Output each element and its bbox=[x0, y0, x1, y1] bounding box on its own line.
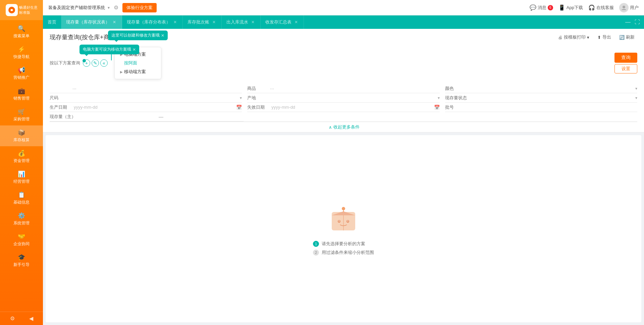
produce-date-calendar-icon[interactable]: 📅 bbox=[236, 105, 242, 110]
size-input[interactable] bbox=[72, 95, 237, 101]
support-action[interactable]: 🎧 在线客服 bbox=[588, 4, 614, 11]
origin-input[interactable] bbox=[270, 95, 435, 101]
print-dropdown-icon: ▾ bbox=[587, 35, 589, 40]
tab-close-batch[interactable]: ✕ bbox=[211, 19, 217, 25]
sidebar-item-enterprise[interactable]: 🤝 企业协同 bbox=[0, 229, 43, 250]
filter-row1: 按以下方案查询 + ✎ « 电脑方案可设为移动方案哦 ✕ bbox=[50, 47, 637, 82]
tab-bar: 首页 现存量（库存状况表） ✕ 现存量（库存分布表） ✕ 库存批次账 ✕ 出入库… bbox=[43, 15, 644, 29]
export-btn[interactable]: ⬆ 导出 bbox=[595, 33, 614, 42]
management-icon: 📊 bbox=[18, 170, 25, 178]
top-header: 装备及固定资产辅助管理系统 ▾ ⚙ 体验行业方案 💬 消息 6 📱 App下载 … bbox=[43, 0, 644, 15]
tab-close-summary[interactable]: ✕ bbox=[293, 19, 299, 25]
sidebar-item-management[interactable]: 📊 经营管理 bbox=[0, 167, 43, 188]
product-dots[interactable]: ··· bbox=[270, 86, 274, 91]
message-action[interactable]: 💬 消息 6 bbox=[530, 4, 553, 11]
filter-field-origin: 产地 ▾ bbox=[247, 95, 439, 103]
filter-field-expire-date: 失效日期 📅 bbox=[247, 104, 439, 112]
guide-icon: 🎓 bbox=[18, 254, 25, 261]
origin-dropdown-icon[interactable]: ▾ bbox=[438, 96, 440, 100]
warehouse-dots[interactable]: ··· bbox=[72, 86, 76, 91]
tab-summary[interactable]: 收发存汇总表 ✕ bbox=[261, 15, 304, 29]
user-action[interactable]: 用户 bbox=[619, 3, 639, 12]
svg-point-8 bbox=[347, 220, 348, 222]
sidebar-nav: 🔍 搜索菜单 ⚡ 快捷导航 📢 营销推广 💼 销售管理 🛒 采购管理 📦 库存核… bbox=[0, 21, 43, 312]
filter-field-size: 尺码 ▾ bbox=[50, 95, 242, 103]
sidebar-bottom: ⚙ ◀ bbox=[0, 312, 43, 325]
set-button[interactable]: 设置 bbox=[614, 64, 637, 73]
filter-label: 按以下方案查询 bbox=[50, 60, 80, 66]
industry-button[interactable]: 体验行业方案 bbox=[122, 3, 157, 12]
size-dropdown-icon[interactable]: ▾ bbox=[240, 96, 242, 100]
export-icon: ⬆ bbox=[597, 35, 601, 40]
tooltip1-close[interactable]: ✕ bbox=[132, 47, 136, 52]
tab-inventory-status[interactable]: 现存量（库存状况表） ✕ bbox=[61, 15, 122, 29]
tab-batch[interactable]: 库存批次账 ✕ bbox=[183, 15, 222, 29]
tab-minimize-btn[interactable]: — bbox=[624, 18, 632, 26]
print-icon: 🖨 bbox=[558, 35, 562, 40]
scheme-item-1[interactable]: 按阿面 bbox=[117, 59, 158, 67]
svg-point-9 bbox=[342, 207, 345, 210]
sidebar-item-guide[interactable]: 🎓 新手引导 bbox=[0, 250, 43, 271]
sidebar-item-finance[interactable]: 💰 资金管理 bbox=[0, 146, 43, 167]
sidebar-item-basic[interactable]: 📋 基础信息 bbox=[0, 188, 43, 209]
prev-scheme-btn[interactable]: « bbox=[100, 59, 108, 67]
stock-status-input[interactable] bbox=[470, 95, 633, 101]
collapse-icon: ∧ bbox=[329, 125, 332, 130]
sidebar-item-inventory[interactable]: 📦 库存核算 bbox=[0, 125, 43, 146]
tooltip-scheme-mobile: 电脑方案可设为移动方案哦 ✕ bbox=[79, 45, 139, 54]
tab-close-inventory-dist[interactable]: ✕ bbox=[172, 19, 178, 25]
stock-status-dropdown-icon[interactable]: ▾ bbox=[635, 96, 637, 100]
expire-date-input[interactable] bbox=[270, 104, 431, 110]
logo-icon bbox=[6, 4, 18, 16]
tab-home[interactable]: 首页 bbox=[43, 15, 61, 29]
sidebar-item-purchase[interactable]: 🛒 采购管理 bbox=[0, 105, 43, 125]
tab-flow[interactable]: 出入库流水 ✕ bbox=[222, 15, 261, 29]
message-badge: 6 bbox=[548, 5, 553, 10]
app-download-action[interactable]: 📱 App下载 bbox=[558, 4, 583, 11]
svg-point-7 bbox=[338, 220, 340, 222]
phone-icon: 📱 bbox=[558, 4, 565, 11]
sidebar-item-search[interactable]: 🔍 搜索菜单 bbox=[0, 21, 43, 42]
filter-field-batch: 批号 bbox=[445, 104, 637, 112]
empty-step-1: 1 请先选择要分析的方案 bbox=[313, 241, 374, 247]
quicknav-icon: ⚡ bbox=[18, 46, 25, 53]
stock-qty-min-input[interactable] bbox=[78, 113, 156, 120]
sidebar-logo: 畅通好生意 标准版 bbox=[0, 0, 43, 20]
sidebar-settings-btn[interactable]: ⚙ bbox=[10, 315, 15, 322]
batch-input[interactable] bbox=[468, 104, 637, 110]
btn-group-right: 查询 设置 bbox=[614, 53, 637, 73]
tab-close-inventory-status[interactable]: ✕ bbox=[112, 19, 117, 25]
headset-icon: 🎧 bbox=[588, 4, 595, 11]
scheme-mobile-group[interactable]: ▶ 移动端方案 bbox=[117, 67, 158, 76]
color-input[interactable] bbox=[468, 85, 633, 92]
sidebar-item-sales[interactable]: 💼 销售管理 bbox=[0, 84, 43, 105]
user-avatar bbox=[619, 3, 629, 12]
sales-icon: 💼 bbox=[18, 87, 25, 95]
tab-maximize-btn[interactable]: ⛶ bbox=[633, 18, 641, 26]
dot-indicator bbox=[83, 59, 86, 62]
filter-field-product: 商品 ··· bbox=[247, 85, 439, 93]
sidebar-item-system[interactable]: ⚙️ 系统管理 bbox=[0, 209, 43, 229]
print-btn[interactable]: 🖨 按模板打印 ▾ bbox=[555, 33, 592, 42]
produce-date-input[interactable] bbox=[72, 104, 233, 110]
sidebar-item-marketing[interactable]: 📢 营销推广 bbox=[0, 63, 43, 84]
query-button[interactable]: 查询 bbox=[614, 53, 637, 63]
tab-close-flow[interactable]: ✕ bbox=[250, 19, 256, 25]
sidebar-collapse-btn[interactable]: ◀ bbox=[29, 315, 33, 322]
refresh-btn[interactable]: 🔄 刷新 bbox=[616, 33, 637, 42]
sidebar-item-quicknav[interactable]: ⚡ 快捷导航 bbox=[0, 42, 43, 63]
page-actions: 🖨 按模板打印 ▾ ⬆ 导出 🔄 刷新 bbox=[555, 33, 637, 42]
filter-field-stock-qty: 现存量（主） — bbox=[50, 113, 244, 121]
tab-inventory-dist[interactable]: 现存量（库存分布表） ✕ bbox=[122, 15, 183, 29]
add-scheme-btn[interactable]: + bbox=[83, 59, 90, 67]
stock-qty-max-input[interactable] bbox=[166, 113, 244, 120]
collapse-row[interactable]: ∧ 收起更多条件 bbox=[50, 122, 637, 132]
expire-date-calendar-icon[interactable]: 📅 bbox=[434, 105, 440, 110]
finance-icon: 💰 bbox=[18, 150, 25, 157]
edit-scheme-btn[interactable]: ✎ bbox=[92, 59, 99, 67]
filter-field-warehouse: ··· bbox=[50, 85, 242, 93]
color-dropdown-icon[interactable]: ▾ bbox=[635, 86, 637, 91]
tooltip2-close[interactable]: ✕ bbox=[161, 33, 164, 38]
gear-button[interactable]: ⚙ bbox=[112, 3, 120, 12]
filter-area: 按以下方案查询 + ✎ « 电脑方案可设为移动方案哦 ✕ bbox=[50, 44, 637, 122]
